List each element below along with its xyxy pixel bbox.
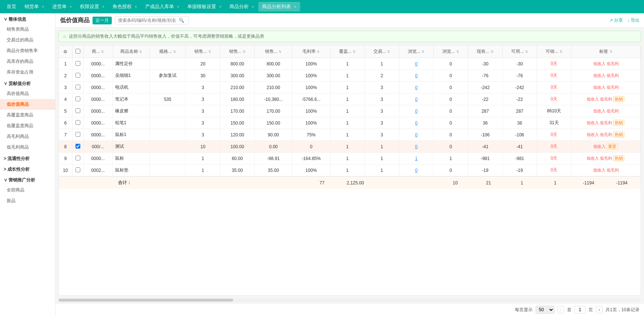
sidebar-item-traded-goods[interactable]: 交易过的商品 — [0, 35, 55, 45]
th-settings[interactable]: ⚙ — [59, 45, 72, 58]
cell-checkbox[interactable] — [72, 105, 83, 117]
cell-stock1: -76 — [468, 70, 502, 82]
share-button[interactable]: ↗ 分享 — [609, 17, 623, 24]
cell-browse1[interactable]: 0 — [399, 105, 433, 117]
totals-values: 77 2,125.00 10 21 1 1 -1194 -1194 — [135, 180, 638, 186]
sidebar-item-all-goods[interactable]: 全部商品 — [0, 185, 55, 196]
cell-browse1[interactable]: 0 — [399, 70, 433, 82]
sidebar-group-contribution[interactable]: ∨ 贡献值分析 — [0, 78, 55, 88]
cell-checkbox[interactable] — [72, 58, 83, 70]
cell-name: 属性定价 — [113, 58, 150, 70]
sort-stock2-icon: ⇅ — [525, 50, 528, 54]
cell-gross: 75% — [292, 129, 330, 141]
cell-checkbox[interactable] — [72, 82, 83, 94]
nav-goods-analysis-list[interactable]: 商品分析列表 × — [258, 2, 300, 11]
tag-label: 低收入 — [587, 97, 600, 101]
cell-browse1[interactable]: 0 — [399, 58, 433, 70]
cell-cover: 1 — [330, 70, 365, 82]
cell-browse1[interactable]: 0 — [399, 82, 433, 94]
nav-permission-close[interactable]: × — [102, 4, 104, 9]
sort-stock1-icon: ⇅ — [491, 50, 494, 54]
nav-role-close[interactable]: × — [135, 4, 137, 9]
cell-days: 0天 — [551, 132, 558, 137]
nav-purchase-close[interactable]: × — [70, 4, 72, 9]
sidebar-item-low-margin[interactable]: 低毛利商品 — [0, 142, 55, 153]
nav-sales-close[interactable]: × — [42, 4, 44, 9]
sidebar-item-high-inventory[interactable]: 高库存的商品 — [0, 56, 55, 67]
nav-purchase[interactable]: 进货单 × — [48, 2, 76, 11]
nav-permission[interactable]: 权限设置 × — [76, 2, 108, 11]
th-checkbox[interactable] — [72, 45, 83, 58]
time-filter-btn[interactable]: 近一月 — [93, 17, 112, 24]
cell-browse1[interactable]: 0 — [399, 117, 433, 129]
sidebar-item-category-sales[interactable]: 商品分类销售率 — [0, 45, 55, 56]
cell-browse1[interactable]: 0 — [399, 129, 433, 141]
cell-stock2: -242 — [502, 82, 537, 94]
cell-browse1[interactable]: 0 — [399, 94, 433, 105]
sidebar-group-growth[interactable]: > 成长性分析 — [0, 163, 55, 174]
row-checkbox[interactable] — [76, 108, 80, 113]
cell-checkbox[interactable] — [72, 70, 83, 82]
cell-browse1[interactable]: 1 — [399, 153, 433, 164]
sidebar-item-high-value[interactable]: 高价值商品 — [0, 88, 55, 99]
row-checkbox[interactable] — [76, 73, 80, 78]
nav-product-close[interactable]: × — [177, 4, 179, 9]
total-spacer5 — [272, 180, 305, 186]
row-checkbox[interactable] — [76, 85, 80, 89]
nav-template-close[interactable]: × — [219, 4, 221, 9]
alert-bar: ☆ 这部分商品的销售收入大幅低于商品平均销售收入，价值不高，可考虑调整营销策略，… — [58, 31, 641, 42]
table-scroll-bar[interactable] — [58, 299, 641, 302]
sidebar-group-overview[interactable]: ∨ 整体信息 — [0, 13, 55, 24]
nav-goods-analysis[interactable]: 商品分析 × — [226, 2, 258, 11]
row-checkbox[interactable] — [76, 167, 80, 172]
cell-checkbox[interactable] — [72, 164, 83, 176]
sidebar-item-capital[interactable]: 库存资金占用 — [0, 67, 55, 78]
cell-checkbox[interactable] — [72, 94, 83, 105]
row-checkbox[interactable] — [76, 120, 80, 125]
sidebar-item-sales-goods[interactable]: 销售类商品 — [0, 24, 55, 35]
nav-goods-list-close[interactable]: × — [294, 4, 296, 9]
cell-sale2: 120.00 — [220, 129, 255, 141]
cell-browse1[interactable]: 0 — [399, 164, 433, 176]
sidebar-item-new-goods[interactable]: 新品 — [0, 196, 55, 206]
cell-browse1[interactable]: 0 — [399, 141, 433, 153]
sidebar-item-high-coverage[interactable]: 高覆盖度商品 — [0, 110, 55, 120]
nav-product-entry[interactable]: 产成品入库单 × — [141, 2, 183, 11]
nav-goods-analysis-close[interactable]: × — [252, 4, 254, 9]
page-title: 低价值商品 — [60, 17, 90, 24]
cell-code: 0000... — [83, 82, 113, 94]
sidebar-group-flow[interactable]: > 流通性分析 — [0, 153, 55, 163]
export-button[interactable]: ↓ 导出 — [627, 17, 640, 24]
cell-checkbox[interactable] — [72, 129, 83, 141]
nav-home[interactable]: 首页 — [3, 2, 20, 11]
table-row: 9 0000... 鼠标 1 60.00 -98.91 -164.85% 1 1… — [59, 153, 641, 164]
select-all-checkbox[interactable] — [76, 49, 80, 54]
cell-gross: 0 — [292, 141, 330, 153]
cell-checkbox[interactable] — [72, 153, 83, 164]
cell-checkbox[interactable] — [72, 117, 83, 129]
alert-icon: ☆ — [63, 34, 67, 39]
nav-sales[interactable]: 销货单 × — [21, 2, 48, 11]
row-checkbox[interactable] — [76, 96, 80, 101]
cell-stock3: 0天 — [537, 82, 571, 94]
row-checkbox[interactable] — [76, 156, 80, 160]
sidebar-item-low-value[interactable]: 低价值商品 — [0, 99, 55, 110]
nav-role[interactable]: 角色授权 × — [109, 2, 141, 11]
per-page-select[interactable]: 50 100 200 — [536, 306, 554, 314]
first-page-btn[interactable]: ‹ — [557, 306, 564, 313]
cell-checkbox[interactable] — [72, 141, 83, 153]
next-page-btn[interactable]: › — [596, 306, 603, 313]
page-number-input[interactable] — [574, 306, 586, 313]
sidebar-item-low-coverage[interactable]: 低覆盖度商品 — [0, 120, 55, 131]
search-input[interactable] — [118, 18, 177, 23]
cell-sale1: 3 — [186, 82, 220, 94]
cell-stock3: 0天 — [537, 164, 571, 176]
cell-spec — [150, 82, 185, 94]
row-checkbox[interactable] — [76, 132, 80, 137]
nav-template[interactable]: 单据模板设置 × — [184, 2, 225, 11]
row-checkbox[interactable] — [76, 144, 80, 149]
sidebar-item-high-margin[interactable]: 高毛利商品 — [0, 131, 55, 142]
row-checkbox[interactable] — [76, 61, 80, 66]
sidebar-group-marketing[interactable]: ∨ 营销推广分析 — [0, 174, 55, 185]
th-sale1: 销售... ⇅ — [186, 45, 220, 58]
